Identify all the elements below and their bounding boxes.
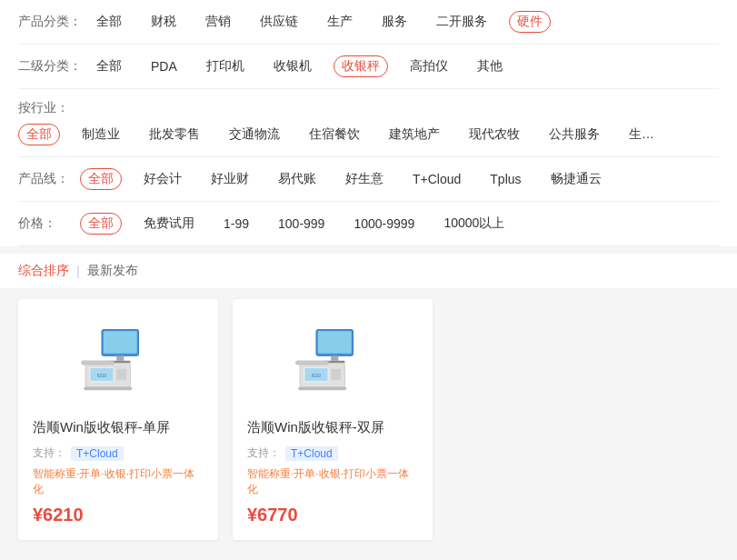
svg-rect-13 xyxy=(331,355,338,360)
filter-category-item-3[interactable]: 供应链 xyxy=(253,12,305,32)
product-image-0: 6210 xyxy=(33,317,204,408)
filter-price-item-4[interactable]: 1000-9999 xyxy=(346,215,422,233)
filter-price-item-0[interactable]: 全部 xyxy=(80,213,122,235)
product-image-1: 6210 xyxy=(247,317,418,408)
filter-subcategory-item-0[interactable]: 全部 xyxy=(89,56,129,76)
product-desc-1: 智能称重·开单·收银·打印小票一体化 xyxy=(247,466,418,497)
filter-category-item-4[interactable]: 生产 xyxy=(320,12,360,32)
pos-machine-icon: 6210 xyxy=(292,326,373,399)
filter-category-item-6[interactable]: 二开服务 xyxy=(429,12,494,32)
subcategory-items: 全部PDA打印机收银机收银秤高拍仪其他 xyxy=(89,55,510,77)
filter-industry-item-1[interactable]: 制造业 xyxy=(75,125,127,145)
svg-rect-7 xyxy=(82,361,115,365)
filter-product_line-item-6[interactable]: Tplus xyxy=(483,170,528,188)
filter-category-item-7[interactable]: 硬件 xyxy=(509,11,551,33)
filter-product_line-item-4[interactable]: 好生意 xyxy=(338,169,391,189)
svg-rect-1 xyxy=(104,331,137,353)
product-support-label-0: 支持： xyxy=(33,445,65,461)
product-title-0: 浩顺Win版收银秤-单屏 xyxy=(33,419,204,436)
filter-product_line-item-1[interactable]: 好会计 xyxy=(136,169,189,189)
product-support-label-1: 支持： xyxy=(247,445,280,461)
sort-comprehensive[interactable]: 综合排序 xyxy=(18,263,69,279)
product-card-0[interactable]: 6210 浩顺Win版收银秤-单屏支持：T+Cloud智能称重·开单·收银·打印… xyxy=(18,299,218,540)
filter-product_line-item-0[interactable]: 全部 xyxy=(80,168,122,190)
filter-industry-item-3[interactable]: 交通物流 xyxy=(222,125,287,145)
svg-text:6210: 6210 xyxy=(97,374,107,378)
subcategory-filter-row: 二级分类： 全部PDA打印机收银机收银秤高拍仪其他 xyxy=(18,45,719,89)
industry-label: 按行业： xyxy=(18,100,73,116)
sort-divider: | xyxy=(76,264,80,278)
product-price-1: ¥6770 xyxy=(247,505,418,525)
product-support-badge-1: T+Cloud xyxy=(285,446,338,461)
svg-rect-2 xyxy=(116,355,124,360)
filter-price-item-1[interactable]: 免费试用 xyxy=(136,214,202,234)
sort-bar: 综合排序 | 最新发布 xyxy=(0,254,737,288)
svg-rect-17 xyxy=(331,369,341,381)
filter-industry-item-8[interactable]: 生… xyxy=(622,125,662,145)
filter-price-item-2[interactable]: 1-99 xyxy=(216,215,256,233)
filter-price-item-3[interactable]: 100-999 xyxy=(271,215,332,233)
price-filter-row: 价格： 全部免费试用1-99100-9991000-999910000以上 xyxy=(18,202,719,246)
filter-category-item-5[interactable]: 服务 xyxy=(374,12,414,32)
price-label: 价格： xyxy=(18,215,73,232)
product-desc-0: 智能称重·开单·收银·打印小票一体化 xyxy=(33,466,204,497)
products-area: 6210 浩顺Win版收银秤-单屏支持：T+Cloud智能称重·开单·收银·打印… xyxy=(0,288,737,551)
filter-section: 产品分类： 全部财税营销供应链生产服务二开服务硬件 二级分类： 全部PDA打印机… xyxy=(0,0,737,246)
svg-rect-21 xyxy=(298,387,346,391)
product-price-0: ¥6210 xyxy=(33,505,204,525)
filter-product_line-item-2[interactable]: 好业财 xyxy=(204,169,256,189)
svg-rect-12 xyxy=(318,331,352,353)
productline-items: 全部好会计好业财易代账好生意T+CloudTplus畅捷通云 xyxy=(80,168,609,190)
filter-subcategory-item-6[interactable]: 其他 xyxy=(470,56,510,76)
filter-industry-item-2[interactable]: 批发零售 xyxy=(142,125,207,145)
filter-subcategory-item-4[interactable]: 收银秤 xyxy=(334,55,388,77)
filter-subcategory-item-5[interactable]: 高拍仪 xyxy=(403,56,455,76)
product-support-row-1: 支持：T+Cloud xyxy=(247,445,418,461)
filter-product_line-item-3[interactable]: 易代账 xyxy=(271,169,324,189)
filter-industry-item-0[interactable]: 全部 xyxy=(18,124,60,145)
category-items: 全部财税营销供应链生产服务二开服务硬件 xyxy=(89,11,551,33)
filter-product_line-item-5[interactable]: T+Cloud xyxy=(405,170,468,188)
subcategory-label: 二级分类： xyxy=(18,58,82,75)
filter-industry-item-5[interactable]: 建筑地产 xyxy=(382,125,447,145)
product-card-1[interactable]: 6210 浩顺Win版收银秤-双屏支持：T+Cloud智能称重·开单·收银·打印… xyxy=(233,299,433,540)
category-filter-row: 产品分类： 全部财税营销供应链生产服务二开服务硬件 xyxy=(18,0,719,45)
filter-category-item-0[interactable]: 全部 xyxy=(89,12,129,32)
sort-latest[interactable]: 最新发布 xyxy=(87,263,138,279)
product-support-badge-0: T+Cloud xyxy=(71,446,124,461)
price-items: 全部免费试用1-99100-9991000-999910000以上 xyxy=(80,213,512,235)
pos-machine-icon: 6210 xyxy=(77,326,159,399)
svg-rect-18 xyxy=(296,361,329,365)
industry-filter-row: 按行业： 全部制造业批发零售交通物流住宿餐饮建筑地产现代农牧公共服务生… xyxy=(18,89,719,157)
filter-category-item-2[interactable]: 营销 xyxy=(198,12,238,32)
filter-industry-item-7[interactable]: 公共服务 xyxy=(542,125,607,145)
filter-category-item-1[interactable]: 财税 xyxy=(144,12,184,32)
filter-subcategory-item-1[interactable]: PDA xyxy=(144,57,184,75)
productline-label: 产品线： xyxy=(18,171,73,187)
svg-text:6210: 6210 xyxy=(312,374,322,378)
filter-subcategory-item-3[interactable]: 收银机 xyxy=(266,56,319,76)
productline-filter-row: 产品线： 全部好会计好业财易代账好生意T+CloudTplus畅捷通云 xyxy=(18,157,719,202)
product-title-1: 浩顺Win版收银秤-双屏 xyxy=(247,419,418,436)
filter-industry-item-6[interactable]: 现代农牧 xyxy=(462,125,527,145)
filter-price-item-5[interactable]: 10000以上 xyxy=(436,214,512,234)
filter-subcategory-item-2[interactable]: 打印机 xyxy=(199,56,252,76)
svg-rect-6 xyxy=(116,369,126,381)
filter-industry-item-4[interactable]: 住宿餐饮 xyxy=(302,125,367,145)
svg-rect-10 xyxy=(84,387,132,391)
filter-product_line-item-7[interactable]: 畅捷通云 xyxy=(543,169,609,189)
product-support-row-0: 支持：T+Cloud xyxy=(33,445,204,461)
industry-items: 全部制造业批发零售交通物流住宿餐饮建筑地产现代农牧公共服务生… xyxy=(18,124,662,145)
category-label: 产品分类： xyxy=(18,14,82,30)
